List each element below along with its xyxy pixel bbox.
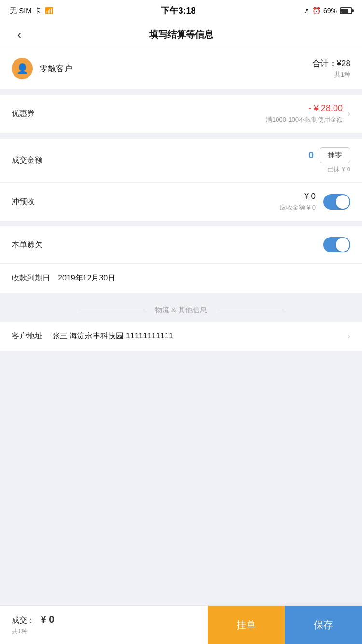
prepayment-right: ¥ 0 应收金额 ¥ 0	[280, 192, 350, 212]
status-bar: 无 SIM 卡 📶 下午3:18 ↗ ⏰ 69%	[0, 0, 362, 21]
customer-name: 零散客户	[40, 63, 72, 74]
prepayment-toggle[interactable]	[323, 194, 350, 210]
customer-info: 👤 零散客户	[12, 58, 72, 79]
divider-line-right	[217, 310, 284, 310]
address-section[interactable]: 客户地址 张三 海淀永丰科技园 11111111111 ›	[0, 322, 362, 351]
page-title: 填写结算等信息	[149, 28, 213, 41]
back-button[interactable]: ‹	[10, 25, 29, 44]
customer-total: 合计：¥28 共1种	[312, 58, 350, 79]
divider-line-left	[78, 310, 145, 310]
bottom-deal: 成交： ¥ 0	[12, 614, 196, 626]
battery-icon	[340, 7, 352, 14]
bottom-count: 共1种	[12, 627, 196, 636]
status-left: 无 SIM 卡 📶	[10, 6, 53, 15]
prepayment-row: 冲预收 ¥ 0 应收金额 ¥ 0	[0, 182, 362, 221]
prepayment-label: 冲预收	[12, 197, 35, 207]
deal-amount: ¥ 0	[41, 614, 54, 625]
coupon-right: - ¥ 28.00 满1000-100不限制使用金额	[266, 103, 343, 124]
transaction-right: 0 抹零 已抹 ¥ 0	[308, 147, 350, 174]
alarm-icon: ⏰	[312, 7, 320, 14]
address-chevron-icon: ›	[348, 331, 350, 341]
toggle-thumb	[336, 195, 349, 209]
logistics-label: 物流 & 其他信息	[155, 306, 207, 315]
debt-toggle-thumb	[336, 238, 349, 252]
save-button[interactable]: 保存	[285, 606, 362, 644]
coupon-value: - ¥ 28.00	[308, 103, 343, 113]
prepayment-amounts: ¥ 0 应收金额 ¥ 0	[280, 192, 316, 212]
bottom-info: 成交： ¥ 0 共1种	[0, 614, 208, 636]
transaction-sub: 已抹 ¥ 0	[327, 165, 350, 174]
deal-label: 成交：	[12, 616, 35, 624]
coupon-sub: 满1000-100不限制使用金额	[266, 115, 343, 124]
location-icon: ↗	[304, 7, 309, 14]
address-label: 客户地址	[12, 331, 42, 341]
status-time: 下午3:18	[161, 5, 195, 16]
round-button[interactable]: 抹零	[320, 147, 350, 163]
customer-row: 👤 零散客户 合计：¥28 共1种	[0, 48, 362, 89]
address-row[interactable]: 客户地址 张三 海淀永丰科技园 11111111111 ›	[0, 322, 362, 351]
hold-button[interactable]: 挂单	[208, 606, 285, 644]
prepayment-amount-main: ¥ 0	[304, 192, 316, 201]
coupon-section[interactable]: 优惠券 - ¥ 28.00 满1000-100不限制使用金额 ›	[0, 95, 362, 133]
item-count: 共1种	[312, 70, 350, 79]
transaction-label: 成交金额	[12, 155, 42, 166]
avatar: 👤	[12, 58, 33, 79]
due-date-label: 收款到期日	[12, 273, 50, 283]
wifi-icon: 📶	[45, 7, 53, 14]
transaction-value: 0	[308, 150, 314, 161]
debt-section: 本单赊欠 收款到期日 2019年12月30日	[0, 226, 362, 293]
battery-percent: 69%	[323, 7, 337, 14]
amount-with-btn: 0 抹零	[308, 147, 350, 163]
total-amount: 合计：¥28	[312, 58, 350, 69]
transaction-section: 成交金额 0 抹零 已抹 ¥ 0 冲预收 ¥ 0 应收金额 ¥ 0	[0, 139, 362, 221]
debt-row: 本单赊欠	[0, 226, 362, 263]
bottom-bar: 成交： ¥ 0 共1种 挂单 保存	[0, 605, 362, 644]
due-date-row: 收款到期日 2019年12月30日	[0, 263, 362, 293]
nav-bar: ‹ 填写结算等信息	[0, 21, 362, 48]
coupon-label: 优惠券	[12, 109, 35, 119]
status-right: ↗ ⏰ 69%	[304, 7, 352, 14]
customer-section: 👤 零散客户 合计：¥28 共1种	[0, 48, 362, 89]
coupon-row[interactable]: 优惠券 - ¥ 28.00 满1000-100不限制使用金额 ›	[0, 95, 362, 133]
due-date-value: 2019年12月30日	[58, 273, 115, 283]
address-value: 张三 海淀永丰科技园 11111111111	[52, 331, 345, 341]
logistics-divider: 物流 & 其他信息	[0, 299, 362, 322]
no-sim-text: 无 SIM 卡	[10, 6, 41, 15]
coupon-chevron-icon: ›	[348, 109, 350, 119]
avatar-icon: 👤	[16, 63, 28, 74]
transaction-row: 成交金额 0 抹零 已抹 ¥ 0	[0, 139, 362, 182]
empty-space	[0, 357, 362, 444]
debt-label: 本单赊欠	[12, 240, 42, 250]
prepayment-amount-sub: 应收金额 ¥ 0	[280, 203, 316, 212]
debt-toggle[interactable]	[323, 237, 350, 252]
